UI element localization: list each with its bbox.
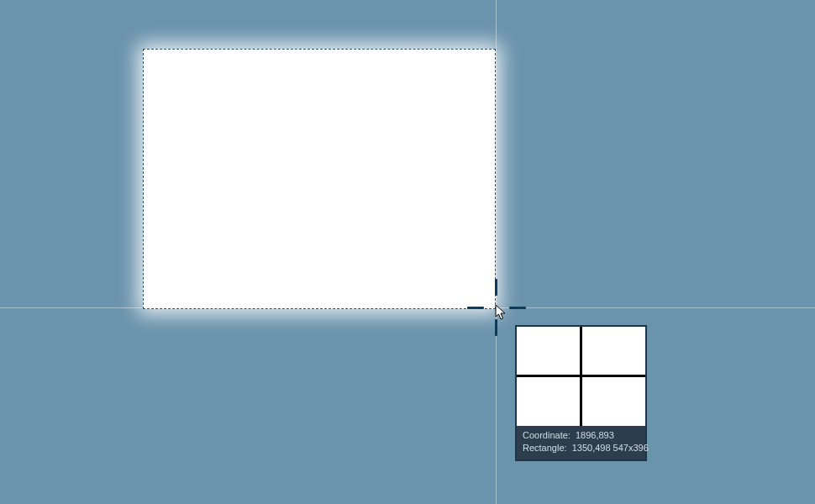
crosshair-tick-right xyxy=(509,307,526,309)
coordinate-value: 1896,893 xyxy=(576,430,614,440)
magnifier-crosshair-v xyxy=(580,327,582,426)
rectangle-label: Rectangle: xyxy=(523,443,570,453)
guide-line-vertical xyxy=(496,0,497,504)
coordinate-row: Coordinate: 1896,893 xyxy=(523,429,639,442)
selection-rectangle[interactable] xyxy=(143,49,496,309)
cursor-arrow-icon xyxy=(495,304,507,321)
coordinate-label: Coordinate: xyxy=(523,430,573,440)
crosshair-tick-left xyxy=(467,307,484,309)
magnifier-info: Coordinate: 1896,893 Rectangle: 1350,498… xyxy=(517,426,645,459)
rectangle-row: Rectangle: 1350,498 547x396 xyxy=(523,442,639,454)
rectangle-value: 1350,498 547x396 xyxy=(572,443,649,453)
magnifier-panel: Coordinate: 1896,893 Rectangle: 1350,498… xyxy=(515,325,647,461)
crosshair-tick-top xyxy=(495,279,497,296)
magnifier-viewport xyxy=(517,327,645,426)
crosshair-tick-bottom xyxy=(495,319,497,336)
